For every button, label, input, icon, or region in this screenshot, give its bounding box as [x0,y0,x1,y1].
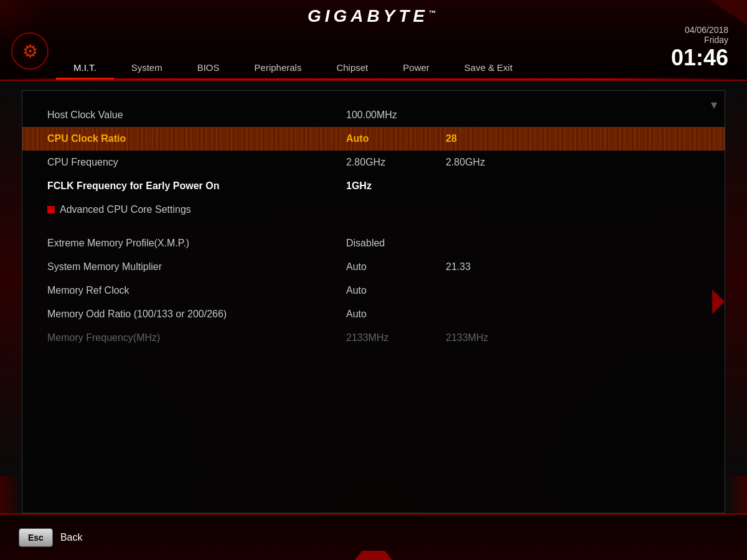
bottom-deco-triangle [355,551,392,560]
row-memory-odd-ratio[interactable]: Memory Odd Ratio (100/133 or 200/266) Au… [47,302,700,326]
label-advanced-cpu: Advanced CPU Core Settings [47,204,346,215]
back-label: Back [60,532,83,543]
label-memory-odd-ratio: Memory Odd Ratio (100/133 or 200/266) [47,309,346,320]
row-xmp[interactable]: Extreme Memory Profile(X.M.P.) Disabled [47,231,700,255]
value1-memory-odd-ratio: Auto [346,309,446,320]
value1-memory-multiplier: Auto [346,261,446,273]
label-cpu-frequency: CPU Frequency [47,157,346,168]
row-advanced-cpu[interactable]: Advanced CPU Core Settings [47,198,700,222]
esc-button[interactable]: Esc [19,528,53,547]
main-content: ▾ Host Clock Value 100.00MHz CPU Clock R… [22,90,725,513]
value1-xmp: Disabled [346,238,446,249]
header-line [0,78,747,80]
logo-container: GIGABYTE [308,6,439,26]
tab-system[interactable]: System [114,57,180,80]
gear-icon-container: ⚙ [11,32,49,70]
label-host-clock: Host Clock Value [47,110,346,121]
value2-memory-frequency: 2133MHz [446,332,545,343]
settings-table: Host Clock Value 100.00MHz CPU Clock Rat… [22,91,725,362]
row-content-cpu-clock: CPU Clock Ratio Auto 28 [47,133,700,144]
bottom-bar: Esc Back [0,513,747,560]
tab-power[interactable]: Power [385,57,447,80]
value1-memory-frequency: 2133MHz [346,332,446,343]
brand-logo: GIGABYTE [308,6,439,26]
value1-memory-ref-clock: Auto [346,285,446,296]
row-memory-multiplier[interactable]: System Memory Multiplier Auto 21.33 [47,255,700,279]
value2-cpu-frequency: 2.80GHz [446,157,545,168]
row-host-clock[interactable]: Host Clock Value 100.00MHz [47,103,700,127]
date-display: 04/06/2018 Friday [671,25,728,45]
value2-memory-multiplier: 21.33 [446,261,545,273]
gear-icon: ⚙ [22,41,38,62]
label-xmp: Extreme Memory Profile(X.M.P.) [47,238,346,249]
label-fclk: FCLK Frequency for Early Power On [47,180,346,192]
date-value: 04/06/2018 [685,25,728,35]
label-cpu-clock-ratio: CPU Clock Ratio [47,133,346,144]
nav-tabs: M.I.T. System BIOS Peripherals Chipset P… [56,49,747,80]
label-memory-ref-clock: Memory Ref Clock [47,285,346,296]
value1-fclk: 1GHz [346,180,446,192]
row-cpu-clock-ratio[interactable]: CPU Clock Ratio Auto 28 [22,127,725,151]
corner-br-deco [725,476,747,513]
row-memory-frequency[interactable]: Memory Frequency(MHz) 2133MHz 2133MHz [47,326,700,350]
separator-1 [47,222,700,231]
value2-cpu-clock-ratio: 28 [446,133,545,144]
red-dot-icon [47,206,55,213]
label-memory-multiplier: System Memory Multiplier [47,261,346,273]
row-cpu-frequency[interactable]: CPU Frequency 2.80GHz 2.80GHz [47,151,700,174]
day-value: Friday [704,35,728,45]
scroll-indicator: ▾ [711,97,718,110]
corner-tr-deco [710,0,747,25]
value1-cpu-frequency: 2.80GHz [346,157,446,168]
tab-mit[interactable]: M.I.T. [56,57,114,80]
value1-host-clock: 100.00MHz [346,110,446,121]
label-memory-frequency: Memory Frequency(MHz) [47,332,346,343]
tab-save-exit[interactable]: Save & Exit [447,57,530,80]
tab-peripherals[interactable]: Peripherals [237,57,319,80]
corner-bl-deco [0,476,22,513]
header: ⚙ GIGABYTE 04/06/2018 Friday 01:46 M.I.T… [0,0,747,81]
tab-chipset[interactable]: Chipset [319,57,385,80]
row-fclk[interactable]: FCLK Frequency for Early Power On 1GHz [47,174,700,198]
value1-cpu-clock-ratio: Auto [346,133,446,144]
tab-bios[interactable]: BIOS [180,57,237,80]
row-memory-ref-clock[interactable]: Memory Ref Clock Auto [47,279,700,302]
